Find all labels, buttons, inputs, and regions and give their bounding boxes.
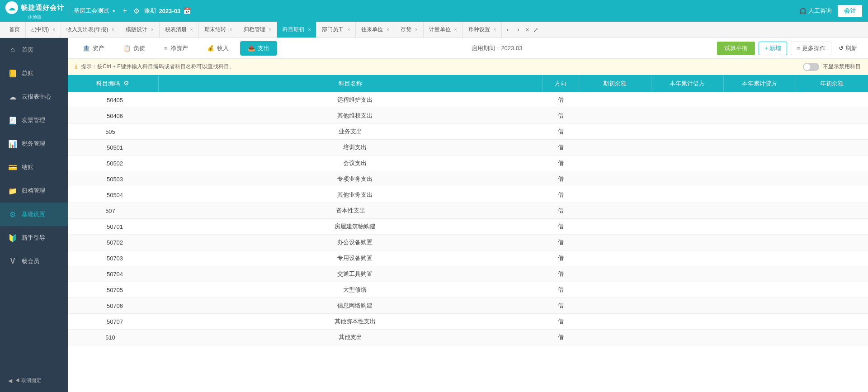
tab-home[interactable]: 首页 xyxy=(4,22,26,38)
tab-template-close[interactable]: × xyxy=(151,27,154,32)
account-button[interactable]: 会计 xyxy=(837,5,863,17)
support-button[interactable]: 🎧 人工咨询 xyxy=(799,7,832,15)
sidebar-item-tax[interactable]: 📊 税务管理 xyxy=(0,132,68,156)
cell-direction: 借 xyxy=(542,250,579,266)
tab-prev-button[interactable]: ‹ xyxy=(502,24,513,35)
tab-template[interactable]: 模版设计 × xyxy=(120,22,160,38)
tab-unit-close[interactable]: × xyxy=(454,27,457,32)
tab-unit[interactable]: 计量单位 × xyxy=(424,22,463,38)
toggle-switch[interactable] xyxy=(803,63,819,71)
tab-period-end[interactable]: 期末结转 × xyxy=(199,22,238,38)
tab-close-all-button[interactable]: × xyxy=(524,26,531,33)
sub-tab-net-asset[interactable]: ≡ 净资产 xyxy=(156,41,196,56)
tab-next-button[interactable]: › xyxy=(513,24,524,35)
sub-tab-liability-label: 负债 xyxy=(133,44,145,52)
cell-year-debit xyxy=(651,92,723,108)
cell-year-debit xyxy=(651,330,723,345)
period-label: 账期 xyxy=(144,7,156,15)
period-value: 2023-03 xyxy=(159,8,180,14)
table-row[interactable]: 50701 房屋建筑物购建 借 xyxy=(68,219,868,235)
table-row[interactable]: 50501 培训支出 借 xyxy=(68,140,868,156)
sidebar-item-invoice[interactable]: 🧾 发票管理 xyxy=(0,109,68,132)
tab-counterparty-close[interactable]: × xyxy=(387,27,389,32)
sidebar-collapse-button[interactable]: ◀ ◀ 取消固定 xyxy=(5,373,63,387)
tab-period-end-close[interactable]: × xyxy=(230,27,232,32)
sidebar-item-settings[interactable]: ⚙ 基础设置 xyxy=(0,203,68,226)
table-row[interactable]: 507 资本性支出 借 xyxy=(68,203,868,219)
table-row[interactable]: 50707 其他资本性支出 借 xyxy=(68,314,868,330)
sidebar-item-settle[interactable]: 💳 结账 xyxy=(0,156,68,179)
add-company-button[interactable]: + xyxy=(121,6,129,16)
table-row[interactable]: 50405 远程维护支出 借 xyxy=(68,92,868,108)
sub-tab-asset[interactable]: 🏦 资产 xyxy=(75,41,112,56)
tab-inventory[interactable]: 存货 × xyxy=(395,22,424,38)
col-code-gear-icon[interactable]: ⚙ xyxy=(123,80,129,87)
tab-tax[interactable]: 税表清册 × xyxy=(160,22,199,38)
table-row[interactable]: 50502 会议支出 借 xyxy=(68,156,868,171)
tab-inventory-close[interactable]: × xyxy=(415,27,418,32)
table-row[interactable]: 50703 专用设备购置 借 xyxy=(68,250,868,266)
tab-dept-staff-close[interactable]: × xyxy=(347,27,350,32)
sidebar-item-ledger[interactable]: 📒 总账 xyxy=(0,61,68,85)
support-label: 人工咨询 xyxy=(808,7,832,15)
sidebar-item-report[interactable]: ☁ 云报表中心 xyxy=(0,85,68,109)
tab-currency-close[interactable]: × xyxy=(494,27,496,32)
sidebar-item-home[interactable]: ⌂ 首页 xyxy=(0,38,68,61)
cell-direction: 借 xyxy=(542,266,579,282)
header-company[interactable]: 基层工会测试 ▼ xyxy=(74,7,116,15)
tab-income[interactable]: 收入支出表(年报) × xyxy=(61,22,120,38)
sidebar-invoice-label: 发票管理 xyxy=(22,116,45,124)
table-row[interactable]: 50702 办公设备购置 借 xyxy=(68,235,868,250)
sidebar-item-archive[interactable]: 📁 归档管理 xyxy=(0,179,68,203)
calendar-icon[interactable]: 📅 xyxy=(183,7,191,14)
cell-year-debit xyxy=(651,187,723,203)
table-row[interactable]: 510 其他支出 借 xyxy=(68,330,868,345)
tab-dept-staff[interactable]: 部门员工 × xyxy=(316,22,356,38)
tab-currency[interactable]: 币种设置 × xyxy=(463,22,502,38)
table-header-row: 科目编码 ⚙ 科目名称 方向 期初余额 本年累计借方 xyxy=(68,75,868,92)
tab-subject-init-label: 科目期初 xyxy=(283,26,304,33)
cell-direction: 借 xyxy=(542,140,579,156)
cell-year-credit xyxy=(723,187,796,203)
tab-balance-mid[interactable]: ¿(中期) × xyxy=(26,22,61,38)
report-icon: ☁ xyxy=(8,93,17,101)
table-row[interactable]: 50503 专项业务支出 借 xyxy=(68,171,868,187)
table-row[interactable]: 50406 其他维权支出 借 xyxy=(68,108,868,124)
more-operations-button[interactable]: ≡ 更多操作 xyxy=(791,42,831,55)
company-dropdown-icon[interactable]: ▼ xyxy=(112,9,116,14)
tab-tax-close[interactable]: × xyxy=(190,27,193,32)
sub-tab-liability[interactable]: 📋 负债 xyxy=(116,41,153,56)
cell-year-credit xyxy=(723,250,796,266)
tab-balance-mid-close[interactable]: × xyxy=(52,27,55,32)
net-asset-icon: ≡ xyxy=(164,45,168,52)
tab-subject-init-close[interactable]: × xyxy=(308,27,311,32)
tab-expand-button[interactable]: ⤢ xyxy=(531,26,540,33)
tab-subject-init[interactable]: 科目期初 × xyxy=(277,22,316,38)
sub-tab-income[interactable]: 💰 收入 xyxy=(199,41,236,56)
cell-period-balance xyxy=(579,108,651,124)
settings-gear-icon[interactable]: ⚙ xyxy=(133,7,140,15)
hint-bar: ℹ 提示：按Ctrl + F键并输入科目编码或者科目名称可以查找科目。 不显示禁… xyxy=(68,59,868,75)
tab-archive-close[interactable]: × xyxy=(269,27,272,32)
sub-tab-expense[interactable]: 📤 支出 xyxy=(240,41,277,56)
cell-year-balance xyxy=(796,250,868,266)
refresh-button[interactable]: ↺ 刷新 xyxy=(835,42,861,55)
tab-counterparty[interactable]: 往来单位 × xyxy=(356,22,395,38)
table-container[interactable]: 科目编码 ⚙ 科目名称 方向 期初余额 本年累计借方 xyxy=(68,75,868,392)
home-icon: ⌂ xyxy=(8,46,17,54)
collapse-icon: ◀ xyxy=(8,378,12,384)
sidebar-item-guide[interactable]: 🔰 新手引导 xyxy=(0,226,68,250)
toggle-label: 不显示禁用科目 xyxy=(823,63,861,71)
cell-name: 办公设备购置 xyxy=(158,235,542,250)
table-row[interactable]: 50504 其他业务支出 借 xyxy=(68,187,868,203)
table-row[interactable]: 50706 信息网络购建 借 xyxy=(68,298,868,314)
tab-archive[interactable]: 归档管理 × xyxy=(238,22,278,38)
add-button[interactable]: + 新增 xyxy=(759,42,787,55)
table-row[interactable]: 50705 大型修缮 借 xyxy=(68,282,868,298)
tab-income-close[interactable]: × xyxy=(112,27,114,32)
sidebar-item-member[interactable]: V 畅会员 xyxy=(0,250,68,273)
cell-year-debit xyxy=(651,266,723,282)
table-row[interactable]: 50704 交通工具购置 借 xyxy=(68,266,868,282)
calc-balance-button[interactable]: 试算平衡 xyxy=(717,42,755,55)
table-row[interactable]: 505 业务支出 借 xyxy=(68,124,868,140)
